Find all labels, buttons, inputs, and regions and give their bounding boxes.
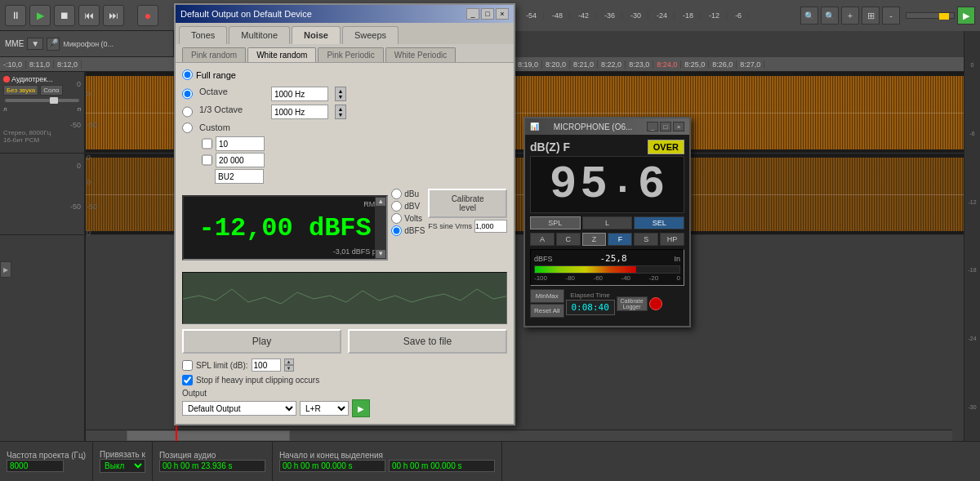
z-button[interactable]: Z [582, 233, 607, 246]
dbu-radio[interactable] [391, 189, 402, 199]
selection-start-input[interactable] [279, 460, 385, 472]
custom-radio[interactable] [182, 122, 193, 133]
track-bitdepth: 16-бит PCM [3, 136, 81, 144]
f-button[interactable]: F [608, 233, 632, 246]
subtab-white-random[interactable]: White random [247, 47, 316, 62]
maximize-button[interactable]: □ [481, 8, 494, 20]
output-device-select[interactable]: Default Output [182, 401, 296, 416]
level-mark-12: -12 [702, 11, 727, 20]
ruler-mark-r8: 8:26,0 [709, 60, 737, 69]
record-indicator[interactable] [649, 297, 662, 310]
prev-button[interactable]: ⏮ [78, 5, 100, 26]
save-to-file-button[interactable]: Save to file [348, 329, 507, 354]
minmax-button[interactable]: MinMax [530, 289, 564, 303]
track-close-icon[interactable] [3, 76, 10, 82]
hp-button[interactable]: HP [660, 233, 684, 246]
titlebar-buttons: _ □ × [466, 8, 509, 20]
dbfs-option: dBFS [391, 225, 425, 236]
subtab-pink-periodic[interactable]: Pink Periodic [318, 47, 383, 62]
dialog-microphone: 📊 MICROPHONE (O6... _ □ × dB(Z) F OVER 9… [523, 117, 691, 327]
play-right-button[interactable]: ▶ [957, 7, 975, 24]
subtab-pink-random[interactable]: Pink random [182, 47, 246, 62]
horizontal-scrollbar[interactable] [86, 430, 952, 441]
tab-multitone[interactable]: Multitone [229, 26, 290, 44]
mme-selector: MME ▼ 🎤 Микрофон (0... [0, 31, 174, 57]
collapse-button[interactable]: ▶ [0, 261, 11, 278]
fullrange-radio[interactable] [182, 69, 193, 80]
project-freq-label: Частота проекта (Гц) [7, 451, 86, 460]
l-button[interactable]: L [582, 216, 633, 229]
selection-end-input[interactable] [389, 460, 495, 472]
octave-scroll-button[interactable]: ▲▼ [335, 87, 346, 101]
micro-maximize-button[interactable]: □ [660, 122, 671, 131]
play-button[interactable]: ▶ [29, 5, 51, 26]
ruler-mark-2: 8:11,0 [26, 60, 54, 69]
track-db-value2: -50 [70, 121, 81, 129]
timeline-slider[interactable] [906, 12, 955, 19]
tab-tones[interactable]: Tones [179, 26, 227, 44]
micro-close-button[interactable]: × [673, 122, 684, 131]
spl-up-button[interactable]: ▲ [284, 359, 294, 365]
spl-button[interactable]: SPL [530, 216, 581, 229]
play-button-main[interactable]: Play [182, 329, 341, 354]
octave-radio[interactable] [182, 87, 193, 101]
stop-clipping-checkbox[interactable] [182, 375, 193, 385]
third-octave-hz-input[interactable] [271, 105, 328, 119]
bind-select[interactable]: Выкл [100, 459, 145, 473]
project-freq-section: Частота проекта (Гц) [0, 442, 93, 481]
fs-value-input[interactable] [474, 220, 507, 233]
minimize-button[interactable]: _ [466, 8, 479, 20]
level-scroll-up[interactable]: ▲ [375, 197, 386, 207]
tab-sweeps[interactable]: Sweeps [342, 26, 399, 44]
custom-field-3[interactable] [215, 169, 264, 184]
spl-limit-input[interactable] [252, 359, 281, 372]
track-fader-thumb[interactable] [50, 97, 58, 104]
custom-check-2[interactable] [202, 153, 212, 167]
tab-noise[interactable]: Noise [292, 26, 341, 44]
next-button[interactable]: ⏭ [103, 5, 124, 26]
project-freq-input[interactable] [7, 460, 64, 472]
third-octave-radio[interactable] [182, 105, 193, 119]
timeline-ruler-right: 8:19,0 8:20,0 8:21,0 8:22,0 8:23,0 8:24,… [514, 57, 980, 72]
calibrate-button[interactable]: Calibrate level [428, 189, 507, 218]
scale-100: -100 [534, 274, 547, 282]
pause-button[interactable]: ⏸ [5, 5, 26, 26]
ruler-mark-r5: 8:23,0 [626, 60, 653, 69]
c-button[interactable]: C [556, 233, 581, 246]
play-output-button[interactable]: ▶ [352, 399, 370, 417]
output-lr-select[interactable]: L+R [300, 401, 349, 416]
custom-field-1[interactable] [216, 136, 265, 151]
third-octave-scroll-button[interactable]: ▲▼ [335, 105, 346, 119]
reset-all-button[interactable]: Reset All [530, 304, 564, 318]
close-button[interactable]: × [496, 8, 509, 20]
spl-limit-checkbox[interactable] [182, 360, 193, 371]
custom-check-1[interactable] [202, 136, 212, 151]
subtab-white-periodic[interactable]: White Periodic [385, 47, 456, 62]
zoom-fit-button[interactable]: ⊞ [862, 7, 880, 24]
track-fader[interactable] [5, 99, 79, 102]
mme-dropdown[interactable]: ▼ [27, 38, 43, 50]
spl-down-button[interactable]: ▼ [284, 365, 294, 372]
scrollbar-thumb[interactable] [127, 430, 290, 441]
zoom-in-h-button[interactable]: 🔍 [800, 7, 818, 24]
dbfs-radio[interactable] [391, 225, 402, 236]
track-mute-button[interactable]: Без звука [3, 85, 38, 96]
track-solo-button[interactable]: Соло [40, 85, 62, 96]
a-button[interactable]: A [530, 233, 555, 246]
zoom-out-h-button[interactable]: 🔍 [821, 7, 839, 24]
zoom-out-v-button[interactable]: - [882, 7, 900, 24]
volts-radio[interactable] [391, 213, 402, 224]
calibrate-logger-button[interactable]: Calibrate Logger [617, 296, 648, 311]
s-button[interactable]: S [634, 233, 658, 246]
sel-button[interactable]: SEL [634, 216, 684, 229]
octave-hz-input[interactable] [271, 87, 328, 101]
position-input[interactable] [159, 460, 265, 472]
mic-icon2[interactable]: 🎤 [47, 38, 60, 51]
record-button[interactable]: ● [137, 5, 158, 26]
dbv-radio[interactable] [391, 201, 402, 212]
micro-minimize-button[interactable]: _ [647, 122, 658, 131]
stop-button[interactable]: ⏹ [54, 5, 75, 26]
level-scroll-down[interactable]: ▼ [375, 249, 386, 259]
custom-field-2[interactable] [216, 153, 265, 167]
zoom-in-v-button[interactable]: + [841, 7, 859, 24]
